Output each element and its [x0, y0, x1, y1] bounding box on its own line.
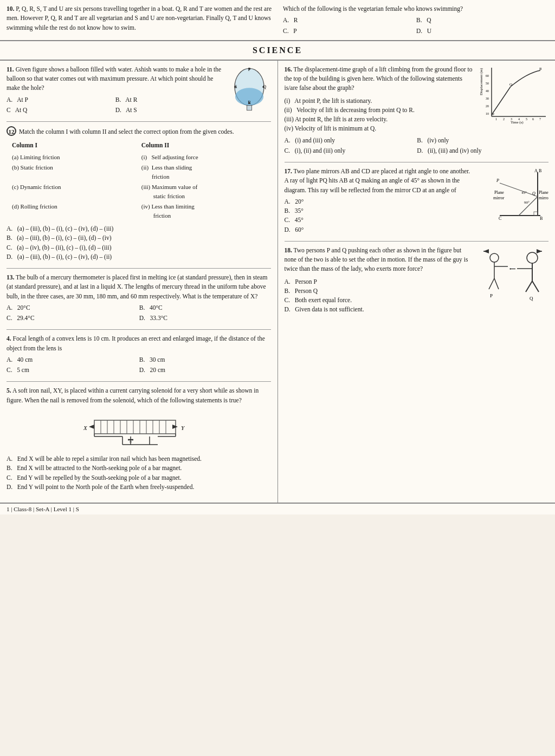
svg-text:Displacement (m): Displacement (m) — [479, 68, 483, 95]
svg-text:B: B — [540, 216, 543, 221]
q15-text: A soft iron nail, XY, is placed within a… — [7, 387, 259, 403]
q14-opt-b: B. 30 cm — [139, 355, 271, 364]
q10-opt-b: B. Q — [416, 16, 548, 25]
q13-opt-b: B. 40°C — [139, 303, 271, 312]
svg-point-9 — [248, 102, 250, 104]
svg-text:R: R — [539, 67, 542, 71]
col2-i: (i) Self adjusting force — [141, 153, 271, 162]
svg-text:Q: Q — [530, 296, 533, 301]
q11-options: A. At P B. At R C At Q D. At S — [7, 95, 223, 115]
svg-text:40: 40 — [486, 89, 489, 93]
col-row-3: (c) Dynamic friction (iii) Maximum value… — [7, 183, 271, 200]
balloon-figure: P Q R S — [228, 65, 271, 116]
svg-text:10: 10 — [486, 112, 489, 115]
question-18: P Q — [285, 246, 549, 315]
svg-text:60: 60 — [486, 74, 489, 77]
q11-opt-c: C At Q — [7, 106, 114, 115]
q14-num: 4. — [7, 335, 11, 342]
solenoid-figure: X — [7, 409, 271, 450]
q13-text: The bulb of a mercury thermometer is pla… — [7, 274, 267, 299]
push-figure: P Q — [478, 246, 548, 308]
q12-text: Match the column I with column II and se… — [19, 128, 234, 135]
q11-text: Given figure shows a balloon filled with… — [7, 66, 221, 92]
svg-line-86 — [532, 281, 539, 292]
col2-header: Column II — [141, 141, 271, 150]
svg-text:C: C — [499, 216, 501, 221]
question-13: 13. The bulb of a mercury thermometer is… — [7, 273, 271, 323]
q15-opt-c: C. End Y will be repelled by the South-s… — [7, 473, 271, 483]
question-15: 5. A soft iron nail, XY, is placed withi… — [7, 386, 271, 492]
right-column: Displacement (m) Time (s) 10 20 30 40 50… — [278, 61, 556, 503]
svg-text:⟵: ⟵ — [509, 266, 516, 271]
svg-line-85 — [526, 281, 532, 292]
svg-text:1: 1 — [495, 118, 497, 121]
svg-rect-71 — [534, 212, 538, 216]
q17-num: 17. — [285, 168, 292, 174]
svg-text:30: 30 — [486, 97, 489, 100]
svg-point-7 — [248, 68, 250, 70]
q12-opt-a: A. (a) – (iii), (b) – (i), (c) – (iv), (… — [7, 224, 271, 233]
q16-text: The displacement-time graph of a lift cl… — [285, 66, 473, 92]
svg-text:50: 50 — [486, 82, 489, 85]
svg-text:mirror: mirror — [539, 195, 548, 200]
q10-opt-a: A. R — [283, 16, 415, 25]
col1-b: (b) Static friction — [12, 163, 141, 181]
q15-num: 5. — [7, 387, 11, 394]
svg-text:B: B — [539, 168, 541, 173]
main-content: P Q R S 11. Given figure shows a balloon… — [0, 61, 555, 503]
q12-match-table: Column I Column II (a) Limiting friction… — [7, 141, 271, 220]
q12-opt-c: C. (a) – (iv), (b) – (ii), (c) – (i), (d… — [7, 243, 271, 252]
q12-opt-b: B. (a) – (iii), (b) – (i), (c) – (ii), (… — [7, 233, 271, 243]
question-12: 12 Match the column I with column II and… — [7, 126, 271, 262]
col2-ii: (ii) Less than sliding friction — [141, 163, 271, 181]
q10-opt-c: C. P — [283, 27, 415, 36]
q13-options: A. 20°C B. 40°C C. 29.4°C D. 33.3°C — [7, 303, 271, 323]
q16-opt-b: B. (iv) only — [417, 136, 548, 145]
q15-options: A. End X will be able to repel a similar… — [7, 454, 271, 492]
svg-rect-2 — [247, 105, 251, 110]
q15-opt-a: A. End X will be able to repel a similar… — [7, 454, 271, 464]
q16-opt-d: D. (ii), (iii) and (iv) only — [417, 146, 548, 155]
svg-line-78 — [494, 278, 499, 289]
col-headers: Column I Column II — [7, 141, 271, 150]
q12-options: A. (a) – (iii), (b) – (i), (c) – (iv), (… — [7, 224, 271, 262]
svg-text:5: 5 — [526, 118, 527, 121]
col2-iv: (iv) Less than limiting friction — [141, 202, 271, 220]
svg-marker-25 — [172, 425, 178, 429]
mirror-figure: B C B Plane mirror Plane mirror A — [478, 167, 548, 234]
divider-16-17 — [285, 162, 549, 162]
q14-text: Focal length of a convex lens is 10 cm. … — [7, 335, 265, 351]
q10-question: Which of the following is the vegetarian… — [283, 4, 548, 14]
svg-text:90°: 90° — [524, 200, 530, 205]
divider-12-13 — [7, 268, 271, 269]
svg-text:X: X — [83, 425, 88, 431]
q14-opt-d: D. 20 cm — [139, 366, 271, 375]
q16-num: 16. — [285, 66, 292, 73]
question-11: P Q R S 11. Given figure shows a balloon… — [7, 65, 271, 115]
svg-text:Q: Q — [532, 191, 535, 196]
col1-header: Column I — [12, 141, 141, 150]
svg-text:7: 7 — [539, 118, 541, 121]
col-row-2: (b) Static friction (ii) Less than slidi… — [7, 163, 271, 181]
q16-opt-a: A. (i) and (iii) only — [285, 136, 416, 145]
svg-line-70 — [519, 197, 538, 216]
graph-figure: Displacement (m) Time (s) 10 20 30 40 50… — [478, 65, 548, 127]
q18-text: Two persons P and Q pushing each other a… — [285, 247, 468, 272]
svg-text:Plane: Plane — [539, 190, 548, 195]
q11-opt-a: A. At P — [7, 95, 114, 105]
col1-a: (a) Limiting friction — [12, 153, 141, 162]
question-14: 4. Focal length of a convex lens is 10 c… — [7, 334, 271, 375]
svg-point-8 — [262, 86, 264, 88]
q18-num: 18. — [285, 247, 292, 253]
q13-opt-c: C. 29.4°C — [7, 314, 138, 323]
svg-point-74 — [490, 253, 499, 262]
footer: 1 | Class-8 | Set-A | Level 1 | S — [0, 503, 555, 514]
col-row-1: (a) Limiting friction (i) Self adjusting… — [7, 153, 271, 162]
q13-opt-d: D. 33.3°C — [139, 314, 271, 323]
svg-text:Time (s): Time (s) — [511, 120, 524, 125]
left-column: P Q R S 11. Given figure shows a balloon… — [0, 61, 278, 503]
q17-text: Two plane mirrors AB and CD are placed a… — [285, 168, 470, 193]
svg-text:P: P — [490, 293, 493, 298]
col2-iii: (iii) Maximum value of static friction — [141, 183, 271, 200]
col-row-4: (d) Rolling friction (iv) Less than limi… — [7, 202, 271, 220]
